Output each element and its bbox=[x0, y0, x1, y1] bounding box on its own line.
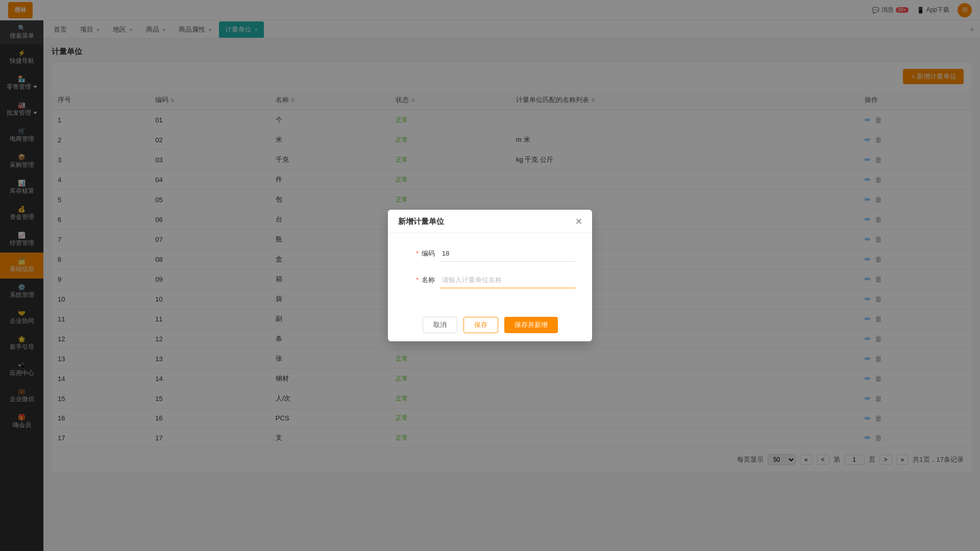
name-label: * 名称 bbox=[404, 276, 435, 285]
modal-header: 新增计量单位 ✕ bbox=[388, 210, 592, 233]
name-input[interactable] bbox=[440, 272, 576, 288]
add-unit-modal: 新增计量单位 ✕ * 编码 * 名称 取消 保存 保存并新增 bbox=[388, 210, 592, 341]
modal-footer: 取消 保存 保存并新增 bbox=[388, 311, 592, 341]
modal-body: * 编码 * 名称 bbox=[388, 233, 592, 311]
form-row-name: * 名称 bbox=[404, 272, 576, 288]
cancel-button[interactable]: 取消 bbox=[423, 317, 457, 333]
modal-overlay: 新增计量单位 ✕ * 编码 * 名称 取消 保存 保存并新增 bbox=[0, 0, 980, 551]
save-and-new-button[interactable]: 保存并新增 bbox=[504, 317, 558, 333]
code-label: * 编码 bbox=[404, 249, 435, 258]
form-row-code: * 编码 bbox=[404, 245, 576, 262]
modal-title: 新增计量单位 bbox=[398, 217, 444, 227]
modal-close-btn[interactable]: ✕ bbox=[575, 217, 582, 227]
code-input[interactable] bbox=[440, 245, 576, 262]
save-button[interactable]: 保存 bbox=[463, 317, 498, 333]
